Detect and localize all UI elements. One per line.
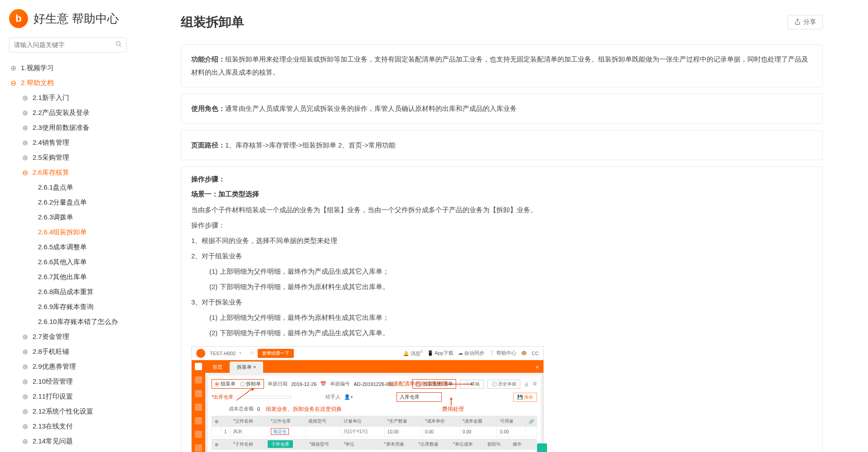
nav-2-3[interactable]: ⊕2.3使用前数据准备 [21,120,127,135]
search-icon[interactable] [115,41,122,49]
nav-docs[interactable]: ⊖2.帮助文档 [9,76,127,90]
role-label: 使用角色： [191,105,225,112]
nav-2-6-1[interactable]: 2.6.1盘点单 [33,180,127,195]
search-box [9,37,127,52]
nav-2-7[interactable]: ⊕2.7资金管理 [21,329,127,344]
nav-label: 2.帮助文档 [21,79,54,87]
th: *父件名称 [231,416,268,427]
path-label: 页面路径： [191,141,225,149]
nav-2-12[interactable]: ⊕2.12系统个性化设置 [21,404,127,419]
minus-icon: ⊖ [9,79,17,87]
nav-label: 2.11打印设置 [33,392,73,401]
nav-2-6-3[interactable]: 2.6.3调拨单 [33,210,127,225]
ss-annotation-1: 有装配清单的在这里处理 [388,380,448,388]
nav-2-6-6[interactable]: 2.6.6其他入库单 [33,255,127,270]
ss-doc-label: 单据编号 [330,381,350,387]
ss-side-icon [195,417,202,424]
nav-2-6-8[interactable]: 2.6.8商品成本重算 [33,285,127,300]
step-2-1: (1) 上部明细为父件明细，最终作为产成品生成其它入库单； [191,265,812,278]
nav-2-11[interactable]: ⊕2.11打印设置 [21,389,127,404]
ss-parent-table: ⊕ *父件名称 *父件仓库 规格型号 计量单位 *生产数量 *成本单价 *成本金… [212,416,537,437]
nav-2-6-10[interactable]: 2.6.10库存账本错了怎么办 [33,314,127,329]
main-content: 组装拆卸单 分享 功能介绍：组装拆卸单用来处理企业组装或拆卸等加工业务，支持有固… [136,0,868,452]
plus-icon: ⊕ [21,363,29,371]
ss-tab-close-icon: × [531,362,543,373]
nav-label: 2.13在线支付 [33,422,73,431]
steps-heading: 操作步骤： [191,175,812,184]
path-card: 页面路径：1、库存核算->库存管理->组装拆卸单 2、首页->常用功能 [181,130,823,161]
nav-2-1[interactable]: ⊕2.1新手入门 [21,90,127,105]
path-text: 1、库存核算->库存管理->组装拆卸单 2、首页->常用功能 [225,141,396,149]
nav-label: 2.1新手入门 [33,94,69,102]
nav-2-6[interactable]: ⊖2.6库存核算 [21,165,127,180]
intro-label: 功能介绍： [191,55,225,63]
nav-video[interactable]: ⊕1.视频学习 [9,61,127,76]
svg-line-5 [236,389,252,400]
ss-side-icon [195,404,202,411]
td: 0.00 [484,450,509,452]
nav-label: 2.12系统个性化设置 [33,407,93,416]
nav-2-9[interactable]: ⊕2.9优惠券管理 [21,359,127,374]
plus-icon: ⊕ [21,438,29,446]
logo: b 好生意 帮助中心 [9,9,127,28]
plus-icon: ⊕ [9,64,17,72]
ss-parent-ware-cell: 海淀仓 [271,428,289,435]
ss-side-icon [195,363,202,370]
search-input[interactable] [9,37,127,52]
ss-radio-assembly: 组装单 [221,381,236,387]
nav-label: 2.14常见问题 [33,437,73,446]
ss-tabs: 首页 拆装单 × × [205,360,543,373]
nav-2-15[interactable]: ⊕2.15操作案例 [21,449,127,452]
plus-icon: ⊕ [21,109,29,117]
ss-tab-active: 拆装单 × [230,362,263,373]
ss-date-value: 2019-12-26 [291,381,316,387]
ss-avatar-icon: 🐵 [521,350,527,356]
share-button[interactable]: 分享 [788,15,823,29]
role-card: 使用角色：通常由生产人员或库管人员完成拆装业务的操作，库管人员确认原材料的出库和… [181,94,823,124]
nav-2-6-5[interactable]: 2.6.5成本调整单 [33,240,127,255]
nav-label: 2.2产品安装及登录 [33,109,90,117]
ss-topbar: TEST-H002 ▾ ⟳ 套餐续费一下 🔔 消息0 📱 App下载 ☁ 自动同… [192,347,543,360]
th: 操作 [510,439,537,450]
nav-label: 2.8手机旺铺 [33,347,69,356]
nav-2-2[interactable]: ⊕2.2产品安装及登录 [21,105,127,120]
nav-2-8[interactable]: ⊕2.8手机旺铺 [21,344,127,359]
nav-label: 2.4销售管理 [33,138,69,147]
th: *父件仓库 [268,416,306,427]
nav-2-5[interactable]: ⊕2.5采购管理 [21,150,127,165]
nav-2-6-2[interactable]: 2.6.2分量盘点单 [33,195,127,210]
td: 0.00 [460,427,497,437]
ss-operator-label: 经手人 [326,394,340,400]
ss-side-icon [195,376,202,384]
th: *单位 [341,439,381,450]
ss-save-btn: 💾 保存 [513,393,537,402]
nav-2-10[interactable]: ⊕2.10经营管理 [21,374,127,389]
th: *基本用量 [381,439,415,450]
intro-card: 功能介绍：组装拆卸单用来处理企业组装或拆卸等加工业务，支持有固定装配清单的产品加… [181,44,823,87]
td: 10.00 [384,427,422,437]
ss-tenant-id: TEST-H002 [210,351,236,356]
step-1: 1、根据不同的业务，选择不同单据的类型来处理 [191,234,812,247]
td: 0.00 [497,427,526,437]
nav-2-6-9[interactable]: 2.6.9库存账本查询 [33,300,127,314]
nav-label: 1.视频学习 [21,64,54,72]
nav-2-14[interactable]: ⊕2.14常见问题 [21,434,127,449]
nav-list: ⊕1.视频学习 ⊖2.帮助文档 ⊕2.1新手入门 ⊕2.2产品安装及登录 ⊕2.… [9,61,127,452]
ss-side-icon [195,431,202,438]
ss-type-radio-group: 组装单 拆卸单 [212,379,264,389]
ss-sync: ☁ 自动同步 [458,350,484,357]
td: 0.00 [415,450,450,452]
scene-heading: 场景一：加工类型选择 [191,190,812,199]
nav-2-13[interactable]: ⊕2.13在线支付 [21,419,127,434]
nav-2-4[interactable]: ⊕2.4销售管理 [21,135,127,150]
th: *单位成本 [450,439,484,450]
nav-2-6-7[interactable]: 2.6.7其他出库单 [33,270,127,285]
td: 风衣 [231,427,268,437]
ss-annotation-2: 组装业务、拆卸业务在这里切换 [266,405,342,413]
plus-icon: ⊕ [21,423,29,431]
nav-2-6-4[interactable]: 2.6.4组装拆卸单 [33,225,127,240]
minus-icon: ⊖ [21,169,29,177]
radio-icon [240,382,245,386]
ss-draft-btn: 📄 草稿 [460,380,484,389]
ss-history-btn: 🕘 历史单据 [487,380,520,389]
